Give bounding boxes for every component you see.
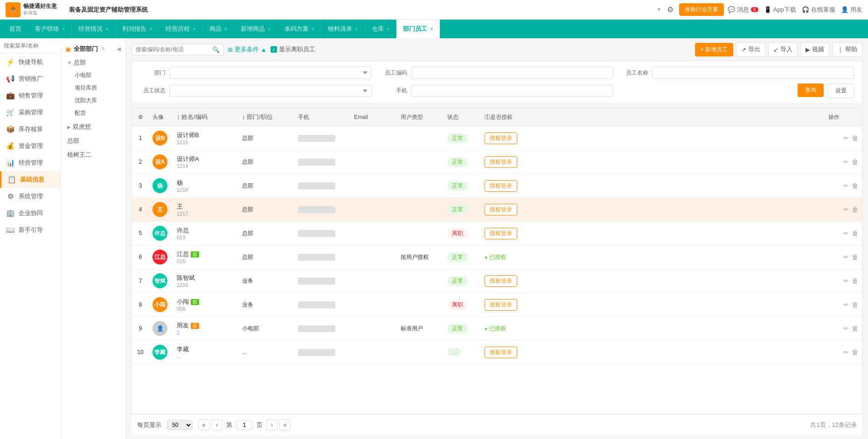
dept-child-shenyang[interactable]: 沈阳大库 <box>61 94 125 107</box>
edit-button[interactable]: ✏ <box>843 325 849 332</box>
tab-close-goods[interactable]: × <box>224 26 227 32</box>
row-auth-cell[interactable]: 授权登录 <box>481 293 537 317</box>
tab-employees[interactable]: 部门员工× <box>396 20 440 38</box>
show-resigned-toggle[interactable]: ✓ 显示离职员工 <box>271 45 315 54</box>
sidebar-item-inventory[interactable]: 📦 库存核算 <box>0 121 60 138</box>
prev-page-button[interactable]: ‹ <box>211 419 222 431</box>
dept-group-title-zhishu[interactable]: 植树王二 <box>61 148 125 161</box>
experience-button[interactable]: 体验行业方案 <box>679 3 724 16</box>
tab-bom[interactable]: 物料清单× <box>321 20 365 38</box>
grant-login-button[interactable]: 授权登录 <box>485 180 517 192</box>
dept-tree-collapse-icon[interactable]: ◀ <box>117 46 121 52</box>
delete-button[interactable]: 🗑 <box>852 230 858 237</box>
tab-profit[interactable]: 利润报告× <box>116 20 159 38</box>
row-auth-cell[interactable]: 授权登录 <box>481 126 537 150</box>
col-dept[interactable]: ↕ 部门/职位 <box>238 108 294 126</box>
next-page-button[interactable]: › <box>266 419 278 431</box>
delete-button[interactable]: 🗑 <box>852 277 858 285</box>
sidebar-item-enterprise[interactable]: 🏢 企业协同 <box>0 205 60 222</box>
edit-button[interactable]: ✏ <box>843 230 849 237</box>
filter-search-button[interactable]: 查询 <box>798 84 824 97</box>
search-input[interactable] <box>136 46 210 53</box>
search-icon[interactable]: 🔍 <box>212 46 220 53</box>
dept-tree-edit-icon[interactable]: ✎ <box>101 46 105 52</box>
delete-button[interactable]: 🗑 <box>852 253 858 261</box>
show-resigned-checkbox[interactable]: ✓ <box>271 46 277 53</box>
delete-button[interactable]: 🗑 <box>852 158 858 166</box>
tab-home[interactable]: 首页 <box>0 20 28 38</box>
tab-close-customer[interactable]: × <box>62 26 65 32</box>
export-button[interactable]: ↗ 导出 <box>736 42 765 57</box>
tab-barcode[interactable]: 条码方案× <box>278 20 321 38</box>
filter-status-select[interactable] <box>169 85 372 97</box>
delete-button[interactable]: 🗑 <box>852 301 858 308</box>
tab-close-barcode[interactable]: × <box>312 26 314 32</box>
page-size-select[interactable]: 50 20 100 <box>167 420 193 430</box>
tab-operation[interactable]: 经营情况× <box>72 20 115 38</box>
edit-button[interactable]: ✏ <box>843 348 849 356</box>
delete-button[interactable]: 🗑 <box>852 206 858 213</box>
delete-button[interactable]: 🗑 <box>852 325 858 332</box>
sidebar-item-purchase[interactable]: 🛒 采购管理 <box>0 104 60 121</box>
view-button[interactable]: ▶ 视频 <box>800 42 829 57</box>
online-service-button[interactable]: 🎧 在线客服 <box>802 6 835 14</box>
tab-close-warehouse[interactable]: × <box>387 26 389 32</box>
grant-login-button[interactable]: 授权登录 <box>485 228 517 239</box>
sidebar-item-basic[interactable]: 📋 基础信息 <box>0 171 60 188</box>
sidebar-item-guide[interactable]: 📖 新手引导 <box>0 222 60 238</box>
row-auth-cell[interactable]: 已授权 <box>481 317 537 341</box>
edit-button[interactable]: ✏ <box>843 253 849 261</box>
help-button[interactable]: ｜ 帮助 <box>832 42 862 57</box>
filter-reset-button[interactable]: 设置 <box>827 84 854 98</box>
dept-child-xiaodian[interactable]: 小电部 <box>61 69 125 82</box>
col-name[interactable]: ↕ 姓名/编码 <box>173 108 238 126</box>
filter-empcode-input[interactable] <box>411 67 613 79</box>
filter-phone-input[interactable] <box>411 85 613 97</box>
row-auth-cell[interactable]: 授权登录 <box>481 269 537 293</box>
settings-icon[interactable]: ⚙ <box>665 5 675 14</box>
row-auth-cell[interactable]: 授权登录 <box>481 341 537 364</box>
filter-empname-input[interactable] <box>652 67 854 79</box>
tab-close-employees[interactable]: × <box>430 26 433 32</box>
row-auth-cell[interactable]: 授权登录 <box>481 150 537 174</box>
sidebar-item-system[interactable]: ⚙ 系统管理 <box>0 188 60 205</box>
sidebar-item-operation[interactable]: 📊 经营管理 <box>0 154 60 171</box>
more-conditions-button[interactable]: ⊞ 更多条件 ▲ <box>228 45 267 54</box>
grant-login-button[interactable]: 授权登录 <box>485 299 517 311</box>
dept-child-peihuo[interactable]: 配货 <box>61 107 125 119</box>
tab-close-operation[interactable]: × <box>105 26 108 32</box>
tab-close-history[interactable]: × <box>193 26 195 32</box>
tab-add-goods[interactable]: 新增商品× <box>234 20 278 38</box>
delete-button[interactable]: 🗑 <box>852 134 858 142</box>
sidebar-item-finance[interactable]: 💰 资金管理 <box>0 138 60 154</box>
tab-goods[interactable]: 商品× <box>203 20 234 38</box>
last-page-button[interactable]: » <box>279 419 291 431</box>
message-button[interactable]: 💬 消息 6 <box>728 6 758 14</box>
dept-group-title-zongbu2[interactable]: 总部 <box>61 134 125 147</box>
page-input[interactable] <box>236 420 253 430</box>
tab-customer[interactable]: 客户联络× <box>28 20 72 38</box>
app-download-button[interactable]: 📱 App下载 <box>764 6 796 14</box>
user-avatar-button[interactable]: 👤 用友 <box>841 6 862 14</box>
tab-close-bom[interactable]: × <box>355 26 358 32</box>
grant-login-button[interactable]: 授权登录 <box>485 132 517 144</box>
tab-close-profit[interactable]: × <box>149 26 152 32</box>
row-auth-cell[interactable]: 授权登录 <box>481 198 537 222</box>
filter-dept-select[interactable] <box>169 67 372 79</box>
dept-group-title-zongbu[interactable]: ▼ 总部 <box>61 56 125 69</box>
edit-button[interactable]: ✏ <box>843 134 849 142</box>
sidebar-item-quick-nav[interactable]: ⚡ 快捷导航 <box>0 54 60 70</box>
add-employee-button[interactable]: + 新增员工 <box>695 43 733 56</box>
edit-button[interactable]: ✏ <box>843 301 849 308</box>
edit-button[interactable]: ✏ <box>843 158 849 166</box>
sidebar-item-sales[interactable]: 💼 销售管理 <box>0 87 60 104</box>
dept-child-project[interactable]: 项目库房 <box>61 82 125 94</box>
tab-close-add-goods[interactable]: × <box>268 26 271 32</box>
dept-group-title-shuanghu[interactable]: ▶ 双虎想 <box>61 120 125 133</box>
tab-history[interactable]: 经营历程× <box>159 20 202 38</box>
edit-button[interactable]: ✏ <box>843 277 849 285</box>
tab-warehouse[interactable]: 仓库× <box>365 20 396 38</box>
sidebar-item-marketing[interactable]: 📢 营销推广 <box>0 70 60 87</box>
edit-button[interactable]: ✏ <box>843 206 849 213</box>
grant-login-button[interactable]: 授权登录 <box>485 204 517 216</box>
